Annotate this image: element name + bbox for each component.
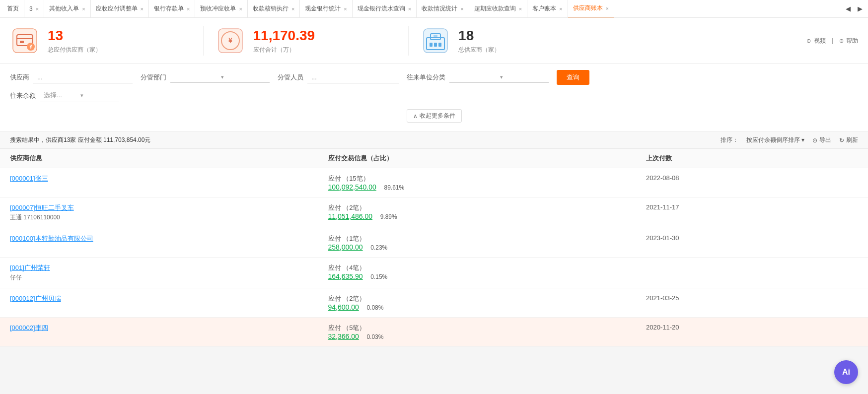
nav-prev-button[interactable]: ◀ <box>842 0 854 18</box>
supplier-link[interactable]: [000001]张三 <box>10 174 328 183</box>
nav-tab-ap-adjust-close[interactable]: × <box>141 6 144 12</box>
unit-category-filter-select[interactable]: ▾ <box>449 72 549 83</box>
refresh-icon: ↻ <box>839 137 844 144</box>
last-payment-cell: 2021-11-17 <box>646 203 858 211</box>
supplier-sub-info: 王通 17106110000 <box>10 213 328 222</box>
svg-rect-13 <box>434 43 437 47</box>
table-header: 供应商信息 应付交易信息（占比） 上次付数 <box>0 149 868 168</box>
ap-label: 应付 <box>328 324 341 331</box>
balance-filter-label: 往来余额 <box>10 91 36 100</box>
nav-tab-home-label: 首页 <box>7 4 19 13</box>
payable-suppliers-icon: ¥ <box>10 26 40 56</box>
ap-amount[interactable]: 258,000.00 <box>328 243 363 251</box>
payable-suppliers-text: 13 总应付供应商（家） <box>48 28 101 54</box>
nav-tab-collect-check-close[interactable]: × <box>291 6 294 12</box>
filter-person: 分管人员 <box>278 71 399 83</box>
nav-tab-cash-bank-flow-close[interactable]: × <box>408 6 411 12</box>
total-suppliers-icon <box>421 26 450 56</box>
svg-text:¥: ¥ <box>29 44 32 50</box>
nav-tab-collect-stats[interactable]: 收款情况统计 × <box>417 0 469 18</box>
nav-tab-customer-account-close[interactable]: × <box>559 6 562 12</box>
ap-amount[interactable]: 11,051,486.00 <box>328 212 373 220</box>
ap-count: （4笔） <box>343 264 365 271</box>
ap-count: （2笔） <box>343 204 365 211</box>
nav-next-button[interactable]: ▶ <box>854 0 866 18</box>
ai-button[interactable]: Ai <box>834 360 858 384</box>
summary-payable-suppliers: ¥ 13 总应付供应商（家） <box>10 26 203 56</box>
result-actions: 排序： 按应付余额倒序排序 ▾ ⊙ 导出 ↻ 刷新 <box>721 136 858 144</box>
ap-percent: 0.15% <box>370 273 387 280</box>
supplier-info-cell: [000100]本特勤油品有限公司 <box>10 234 328 243</box>
person-filter-input[interactable] <box>307 71 399 83</box>
supplier-link[interactable]: [001]广州荣轩 <box>10 263 328 272</box>
summary-bar: ¥ 13 总应付供应商（家） ¥ 11,170.39 应付合计（万） <box>0 18 868 64</box>
supplier-filter-input[interactable] <box>33 71 133 83</box>
nav-tab-cash-bank-flow[interactable]: 现金银行流水查询 × <box>353 0 417 18</box>
supplier-sub-info: 仔仔 <box>10 273 328 282</box>
collapse-button[interactable]: ∧ 收起更多条件 <box>407 109 462 123</box>
dept-filter-select[interactable]: ▾ <box>170 72 270 83</box>
nav-tab-supplier-account-close[interactable]: × <box>606 5 609 11</box>
sort-select[interactable]: 按应付余额倒序排序 ▾ <box>746 136 804 144</box>
nav-tab-cash-bank-stats-close[interactable]: × <box>344 6 347 12</box>
summary-total-suppliers: 18 总供应商（家） <box>408 26 614 56</box>
ap-label: 应付 <box>328 175 341 182</box>
last-payment-cell: 2021-03-25 <box>646 294 858 302</box>
ap-amount[interactable]: 100,092,540.00 <box>328 183 376 191</box>
nav-tab-ap-adjust[interactable]: 应收应付调整单 × <box>91 0 149 18</box>
refresh-button[interactable]: ↻ 刷新 <box>839 136 858 144</box>
transaction-info-cell: 应付 （5笔） 32,366.00 0.03% <box>328 324 647 340</box>
help-link[interactable]: ⊙ 帮助 <box>839 37 858 45</box>
ap-label: 应付 <box>328 204 341 211</box>
payable-amount-text: 11,170.39 应付合计（万） <box>253 28 315 54</box>
nav-tab-customer-account[interactable]: 客户账本 × <box>527 0 568 18</box>
last-payment-cell: 2020-11-20 <box>646 324 858 331</box>
nav-tab-overdue-collect[interactable]: 超期应收款查询 × <box>469 0 527 18</box>
nav-tab-3[interactable]: 3 × <box>24 0 44 18</box>
ap-amount[interactable]: 94,600.00 <box>328 303 359 311</box>
main-content: ¥ 13 总应付供应商（家） ¥ 11,170.39 应付合计（万） <box>0 18 868 394</box>
total-suppliers-text: 18 总供应商（家） <box>458 28 500 54</box>
ap-amount[interactable]: 164,635.90 <box>328 272 363 280</box>
filter-dept: 分管部门 ▾ <box>141 72 270 83</box>
nav-tab-cash-bank-stats[interactable]: 现金银行统计 × <box>300 0 352 18</box>
supplier-link[interactable]: [000007]恒旺二手叉车 <box>10 203 328 212</box>
balance-filter-select[interactable]: 选择... ▾ <box>40 89 119 102</box>
ap-percent: 0.03% <box>366 333 383 340</box>
ap-amount[interactable]: 32,366.00 <box>328 332 359 340</box>
nav-tab-other-income[interactable]: 其他收入单 × <box>44 0 90 18</box>
payable-amount-icon: ¥ <box>216 26 245 56</box>
nav-tab-collect-check[interactable]: 收款核销执行 × <box>248 0 300 18</box>
result-bar: 搜索结果中，供应商13家 应付金额 111,703,854.00元 排序： 按应… <box>0 132 868 149</box>
supplier-info-cell: [000007]恒旺二手叉车 王通 17106110000 <box>10 203 328 222</box>
video-link[interactable]: ⊙ 视频 <box>806 37 825 45</box>
transaction-info-cell: 应付 （1笔） 258,000.00 0.23% <box>328 234 647 251</box>
table-row: [001]广州荣轩 仔仔 应付 （4笔） 164,635.90 0.15% <box>0 258 868 288</box>
last-payment-cell: 2022-08-08 <box>646 174 858 182</box>
ap-label: 应付 <box>328 264 341 271</box>
nav-tab-advance-offset[interactable]: 预收冲应收单 × <box>195 0 247 18</box>
export-button[interactable]: ⊙ 导出 <box>812 136 831 144</box>
nav-tab-home[interactable]: 首页 <box>2 0 24 18</box>
supplier-link[interactable]: [000002]李四 <box>10 324 328 332</box>
supplier-info-cell: [000001]张三 <box>10 174 328 183</box>
nav-tab-3-close[interactable]: × <box>36 6 39 12</box>
collapse-up-icon: ∧ <box>413 113 418 120</box>
query-button[interactable]: 查询 <box>557 70 589 85</box>
ap-count: （5笔） <box>343 324 365 331</box>
ap-percent: 9.89% <box>380 213 397 220</box>
nav-tab-overdue-collect-close[interactable]: × <box>519 6 522 12</box>
nav-tab-other-income-close[interactable]: × <box>82 6 85 12</box>
nav-tab-bank-deposit[interactable]: 银行存款单 × <box>149 0 195 18</box>
nav-tab-collect-stats-close[interactable]: × <box>460 6 463 12</box>
supplier-info-cell: [000002]李四 <box>10 324 328 332</box>
supplier-info-cell: [001]广州荣轩 仔仔 <box>10 263 328 282</box>
table-row: [000007]恒旺二手叉车 王通 17106110000 应付 （2笔） 11… <box>0 197 868 228</box>
nav-tab-overdue-collect-label: 超期应收款查询 <box>474 4 516 13</box>
supplier-link[interactable]: [000100]本特勤油品有限公司 <box>10 234 328 243</box>
payable-suppliers-number: 13 <box>48 28 101 44</box>
supplier-link[interactable]: [000012]广州贝瑞 <box>10 294 328 303</box>
nav-tab-bank-deposit-close[interactable]: × <box>187 6 190 12</box>
nav-tab-supplier-account[interactable]: 供应商账本 × <box>568 0 614 18</box>
nav-tab-advance-offset-close[interactable]: × <box>239 6 242 12</box>
